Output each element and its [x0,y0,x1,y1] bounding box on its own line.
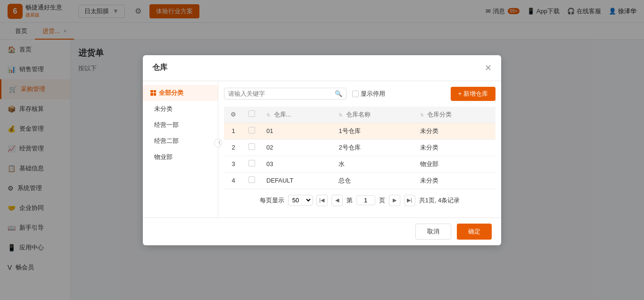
page-input[interactable] [356,195,375,205]
table-row[interactable]: 2 02 2号仓库 未分类 [224,139,495,156]
prev-page-button[interactable]: ◀ [331,195,343,206]
table-row[interactable]: 3 03 水 物业部 [224,156,495,172]
total-info: 共1页, 4条记录 [419,196,460,205]
sort-icon-code: ⇅ [266,112,270,117]
select-all-checkbox[interactable] [248,110,255,117]
row-name: 水 [333,156,414,172]
row-num: 3 [224,156,243,172]
show-disabled-label: 显示停用 [361,90,385,98]
next-page-button[interactable]: ▶ [389,195,400,206]
col-category-label: 仓库分类 [427,111,452,118]
show-disabled-checkbox[interactable]: 显示停用 [352,90,385,98]
first-page-button[interactable]: |◀ [316,195,328,206]
category-item-label: 物业部 [154,153,173,160]
table-row[interactable]: 4 DEFAULT 总仓 未分类 [224,172,495,189]
disabled-checkbox[interactable] [352,91,359,97]
row-category: 未分类 [414,123,495,139]
page-suffix: 页 [379,196,385,205]
category-item-label: 未分类 [154,105,173,112]
modal-footer: 取消 确定 [143,217,501,245]
modal-overlay[interactable]: 仓库 ✕ 全部分类 未分类 [0,0,644,300]
row-num: 4 [224,172,243,189]
cancel-button[interactable]: 取消 [415,224,451,240]
search-box: 🔍 [224,88,347,100]
col-category[interactable]: ⇅ 仓库分类 [414,107,495,123]
page-label: 第 [347,196,353,205]
category-item-property[interactable]: 物业部 [143,149,218,165]
last-page-button[interactable]: ▶| [404,195,415,206]
add-warehouse-button[interactable]: + 新增仓库 [451,87,495,101]
col-checkbox [243,107,261,123]
warehouse-modal: 仓库 ✕ 全部分类 未分类 [143,55,501,245]
row-checkbox[interactable] [248,127,255,133]
col-name-label: 仓库名称 [346,111,371,118]
row-checkbox[interactable] [248,160,255,167]
modal-title: 仓库 [152,63,167,73]
row-checkbox[interactable] [248,143,255,150]
table-container: ⚙ ⇅ 仓库... ⇅ 仓库名称 [224,107,495,189]
modal-body: 全部分类 未分类 经营一部 经营二部 物业部 《 [143,81,501,217]
col-code[interactable]: ⇅ 仓库... [261,107,333,123]
pagination: 每页显示 50 20 100 |◀ ◀ 第 页 ▶ ▶| 共1页, 4条记录 [224,189,495,212]
category-item-ops2[interactable]: 经营二部 [143,133,218,149]
row-category: 未分类 [414,139,495,156]
modal-close-button[interactable]: ✕ [485,63,492,73]
table-toolbar: 🔍 显示停用 + 新增仓库 [224,87,495,101]
per-page-label: 每页显示 [260,196,284,205]
category-panel: 全部分类 未分类 经营一部 经营二部 物业部 《 [143,81,218,217]
row-name: 2号仓库 [333,139,414,156]
per-page-select[interactable]: 50 20 100 [288,195,313,206]
category-all-button[interactable]: 全部分类 [143,85,218,101]
row-code: 01 [261,123,333,139]
modal-header: 仓库 ✕ [143,55,501,81]
row-num: 1 [224,123,243,139]
row-num: 2 [224,139,243,156]
sort-icon-name: ⇅ [339,112,342,117]
table-row[interactable]: 1 01 1号仓库 未分类 [224,123,495,139]
collapse-panel-button[interactable]: 《 [214,139,223,147]
row-code: 02 [261,139,333,156]
confirm-button[interactable]: 确定 [457,224,492,240]
col-name[interactable]: ⇅ 仓库名称 [333,107,414,123]
category-all-label: 全部分类 [159,89,183,97]
row-code: DEFAULT [261,172,333,189]
search-input[interactable] [228,90,335,97]
warehouse-table: ⚙ ⇅ 仓库... ⇅ 仓库名称 [224,107,495,189]
row-code: 03 [261,156,333,172]
row-checkbox[interactable] [248,176,255,183]
grid-icon [150,90,156,96]
col-settings: ⚙ [224,107,243,123]
sort-icon-category: ⇅ [420,112,424,117]
row-name: 总仓 [333,172,414,189]
table-panel: 🔍 显示停用 + 新增仓库 ⚙ [218,81,501,217]
category-item-ops1[interactable]: 经营一部 [143,117,218,133]
search-icon[interactable]: 🔍 [335,90,342,97]
col-code-label: 仓库... [274,111,291,118]
category-item-label: 经营二部 [154,137,179,144]
row-category: 未分类 [414,172,495,189]
category-item-label: 经营一部 [154,121,179,128]
row-category: 物业部 [414,156,495,172]
category-item-uncategorized[interactable]: 未分类 [143,101,218,117]
row-name: 1号仓库 [333,123,414,139]
